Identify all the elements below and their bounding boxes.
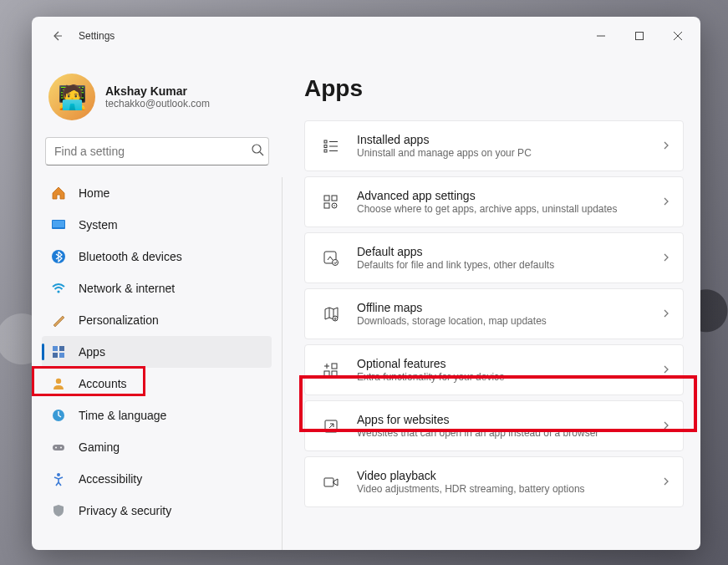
sidebar-item-label: Gaming (79, 440, 120, 454)
card-title: Installed apps (357, 133, 661, 146)
sidebar-item-home[interactable]: Home (42, 177, 272, 209)
close-button[interactable] (659, 17, 697, 55)
sidebar-item-personalization[interactable]: Personalization (42, 304, 272, 336)
card-title: Advanced app settings (357, 189, 661, 202)
search-input[interactable] (45, 137, 269, 165)
avatar: 🧑‍💻 (48, 74, 95, 120)
svg-point-17 (55, 447, 57, 449)
shield-icon (50, 502, 67, 519)
sidebar-item-gaming[interactable]: Gaming (42, 431, 272, 463)
sidebar-item-network[interactable]: Network & internet (42, 272, 272, 304)
card-title: Apps for websites (357, 413, 661, 426)
card-title: Optional features (357, 357, 661, 370)
list-icon (318, 134, 344, 159)
sidebar-item-time[interactable]: Time & language (42, 400, 272, 431)
svg-point-19 (57, 473, 60, 476)
sidebar-item-privacy[interactable]: Privacy & security (42, 495, 272, 527)
maximize-button[interactable] (620, 17, 659, 55)
svg-rect-38 (332, 371, 337, 376)
sidebar-item-apps[interactable]: Apps (42, 336, 272, 368)
chevron-right-icon (661, 475, 671, 490)
profile-block[interactable]: 🧑‍💻 Akshay Kumar techakko@outlook.com (42, 65, 272, 135)
settings-window: Settings 🧑‍💻 Akshay Kumar techakko@outlo… (32, 17, 700, 550)
card-subtitle: Uninstall and manage apps on your PC (357, 147, 661, 159)
sidebar-item-accessibility[interactable]: Accessibility (42, 463, 272, 495)
card-subtitle: Websites that can open in an app instead… (357, 427, 661, 439)
arrow-left-icon (50, 29, 64, 43)
minimize-button[interactable] (582, 17, 620, 55)
minimize-icon (597, 32, 605, 40)
card-video-playback[interactable]: Video playback Video adjustments, HDR st… (304, 456, 684, 507)
open-external-icon (318, 414, 344, 439)
sidebar-item-label: Accounts (79, 377, 127, 390)
sidebar-item-bluetooth[interactable]: Bluetooth & devices (42, 241, 272, 272)
svg-point-30 (333, 205, 335, 206)
chevron-right-icon (661, 419, 671, 434)
svg-point-9 (57, 290, 59, 293)
apps-gear-icon (318, 190, 344, 215)
back-button[interactable] (43, 23, 70, 49)
default-apps-icon (318, 246, 344, 271)
card-subtitle: Video adjustments, HDR streaming, batter… (357, 483, 661, 495)
window-controls (582, 17, 697, 55)
chevron-right-icon (661, 195, 671, 210)
svg-rect-27 (332, 196, 337, 201)
page-title: Apps (304, 75, 684, 102)
svg-rect-10 (53, 346, 58, 351)
chevron-right-icon (661, 307, 671, 322)
search-icon[interactable] (251, 143, 264, 160)
card-default-apps[interactable]: Default apps Defaults for file and link … (304, 232, 684, 283)
card-title: Default apps (357, 245, 661, 258)
sidebar-item-system[interactable]: System (42, 209, 272, 241)
svg-point-14 (56, 379, 61, 384)
sidebar-item-label: Time & language (79, 409, 166, 422)
svg-rect-13 (59, 353, 64, 358)
svg-rect-20 (324, 140, 327, 143)
profile-email: techakko@outlook.com (105, 98, 210, 109)
card-subtitle: Defaults for file and link types, other … (357, 259, 661, 271)
video-icon (318, 470, 344, 495)
svg-rect-37 (324, 371, 329, 376)
sidebar-item-label: Bluetooth & devices (79, 250, 182, 263)
card-installed-apps[interactable]: Installed apps Uninstall and manage apps… (304, 120, 684, 171)
svg-line-5 (260, 152, 263, 155)
svg-rect-42 (324, 478, 333, 486)
sidebar-item-label: Personalization (79, 313, 159, 327)
sidebar-item-label: Network & internet (79, 282, 175, 295)
svg-point-4 (252, 145, 261, 153)
svg-point-18 (60, 447, 62, 449)
optional-features-icon (318, 358, 344, 383)
svg-rect-26 (324, 196, 329, 201)
chevron-right-icon (661, 251, 671, 266)
sidebar-item-accounts[interactable]: Accounts (42, 368, 272, 400)
card-subtitle: Downloads, storage location, map updates (357, 315, 661, 327)
svg-rect-16 (53, 445, 64, 450)
sidebar-item-label: Home (79, 186, 109, 200)
apps-icon (50, 344, 67, 360)
bluetooth-icon (50, 248, 67, 265)
card-optional-features[interactable]: Optional features Extra functionality fo… (304, 344, 684, 395)
person-icon (50, 375, 67, 392)
svg-rect-22 (324, 145, 327, 147)
svg-rect-11 (59, 346, 64, 351)
sidebar-item-label: Privacy & security (79, 504, 171, 517)
sidebar-item-label: System (79, 218, 118, 232)
svg-rect-7 (53, 221, 64, 227)
svg-point-32 (333, 259, 339, 265)
maximize-icon (635, 32, 644, 40)
profile-name: Akshay Kumar (105, 84, 210, 98)
card-title: Offline maps (357, 301, 661, 314)
map-icon (318, 302, 344, 327)
window-title: Settings (79, 30, 115, 42)
card-apps-for-websites[interactable]: Apps for websites Websites that can open… (304, 400, 684, 451)
accessibility-icon (50, 471, 67, 487)
svg-rect-36 (332, 364, 337, 369)
sidebar-item-label: Accessibility (79, 472, 142, 486)
card-subtitle: Extra functionality for your device (357, 371, 661, 383)
chevron-right-icon (661, 139, 671, 154)
nav-list: Home System Bluetooth & devices Network … (42, 177, 283, 550)
card-advanced-app-settings[interactable]: Advanced app settings Choose where to ge… (304, 176, 684, 227)
titlebar: Settings (32, 17, 700, 55)
card-offline-maps[interactable]: Offline maps Downloads, storage location… (304, 288, 684, 339)
search-wrap (45, 137, 269, 165)
